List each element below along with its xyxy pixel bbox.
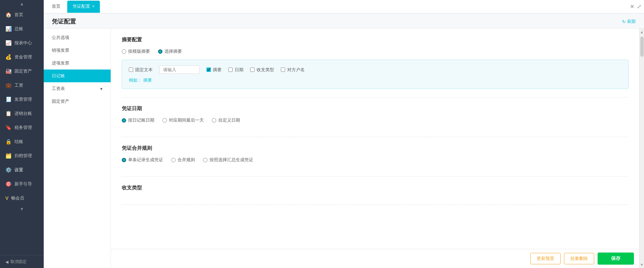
radio-journal-date[interactable]: 按日记账日期 [122, 117, 154, 123]
radio-aggregate[interactable]: 按照选择汇总生成凭证 [203, 157, 253, 163]
radio-template-summary[interactable]: 按模版摘要 [122, 48, 150, 54]
checkbox-fixed-text-label: 固定文本 [135, 67, 153, 73]
sidebar-item-ledger[interactable]: 📊 总账 [0, 22, 44, 36]
sidebar-item-salary-label: 工资 [14, 82, 23, 88]
sidebar-item-funds[interactable]: 💰 资金管理 [0, 50, 44, 64]
sidebar-item-home-label: 首页 [14, 12, 23, 18]
radio-merge-input[interactable] [171, 158, 176, 162]
sidebar-item-sales-ledger[interactable]: 📋 进销台账 [0, 106, 44, 121]
checkbox-date-input[interactable] [228, 68, 233, 72]
radio-last-day-input[interactable] [162, 118, 167, 123]
checkbox-fixed-text-input[interactable] [129, 68, 133, 72]
radio-single-record[interactable]: 单条记录生成凭证 [122, 157, 163, 163]
nav-item-sales-invoice[interactable]: 销项发票 [44, 44, 111, 57]
radio-last-day-label: 对应期间最后一天 [169, 117, 204, 123]
checkbox-counterpart[interactable]: 对方户名 [281, 67, 305, 73]
window-close-icon[interactable]: ✕ [630, 3, 634, 10]
radio-journal-date-label: 按日记账日期 [128, 117, 154, 123]
sidebar-item-invoice-mgmt[interactable]: 🧾 发票管理 [0, 92, 44, 106]
sidebar-item-sales-ledger-label: 进销台账 [14, 110, 32, 117]
tab-close-icon[interactable]: × [92, 4, 94, 9]
checkbox-summary-input[interactable] [206, 68, 211, 72]
radio-select-summary[interactable]: 选择摘要 [158, 48, 182, 54]
sidebar-item-home[interactable]: 🏠 首页 [0, 8, 44, 22]
checkbox-fixed-text[interactable]: 固定文本 [129, 67, 153, 73]
sidebar-item-closing[interactable]: 🔒 结账 [0, 135, 44, 149]
nav-item-payroll[interactable]: 工资表 ▾ [44, 82, 111, 95]
sidebar-scroll-up[interactable]: ▲ [0, 0, 44, 8]
radio-template-input[interactable] [122, 49, 126, 54]
salary-icon: 💼 [5, 82, 12, 88]
checkbox-summary-label: 摘要 [213, 67, 222, 73]
sidebar-item-archive[interactable]: 🗂️ 归档管理 [0, 149, 44, 163]
closing-icon: 🔒 [5, 139, 12, 145]
refresh-button[interactable]: ↻ 刷新 [622, 18, 636, 25]
sidebar-item-settings-label: 设置 [14, 167, 23, 173]
right-content: 摘要配置 按模版摘要 选择摘要 [111, 29, 639, 249]
nav-item-journal[interactable]: 日记账 [44, 70, 111, 82]
summary-options-box: 固定文本 摘要 日期 [122, 60, 629, 89]
main-area: 首页 凭证配置 × ✕ ⤢ 凭证配置 ↻ 刷新 公共选项 销项发票 进项 [44, 0, 644, 268]
sidebar-unpin[interactable]: ◀ 取消固定 [0, 255, 44, 268]
bottom-action-bar: 更新预置 批量删除 保存 [111, 249, 639, 268]
sidebar-item-settings[interactable]: ⚙️ 设置 [0, 163, 44, 177]
sidebar-item-salary[interactable]: 💼 工资 [0, 78, 44, 92]
nav-item-purchase-invoice[interactable]: 进项发票 [44, 57, 111, 70]
tax-icon: 🔖 [5, 125, 12, 131]
radio-single-input[interactable] [122, 158, 126, 162]
radio-custom-date[interactable]: 自定义日期 [212, 117, 240, 123]
sidebar-item-vip-label: 畅会员 [11, 195, 24, 201]
checkbox-summary[interactable]: 摘要 [206, 67, 222, 73]
window-expand-icon[interactable]: ⤢ [637, 3, 641, 10]
summary-radio-group: 按模版摘要 选择摘要 [122, 48, 629, 54]
radio-select-label: 选择摘要 [164, 48, 182, 54]
radio-merge-label: 合并规则 [178, 157, 195, 163]
scroll-thumb[interactable] [640, 37, 644, 57]
assets-icon: 🏭 [5, 68, 12, 74]
sidebar-scroll-down[interactable]: ▼ [0, 205, 44, 213]
summary-checkbox-group: 固定文本 摘要 日期 [129, 65, 621, 74]
tab-home-label: 首页 [52, 3, 61, 9]
sidebar-item-archive-label: 归档管理 [14, 153, 32, 159]
sidebar-item-assets[interactable]: 🏭 固定资产 [0, 64, 44, 78]
sidebar-item-guide-label: 新手引导 [14, 181, 32, 187]
sidebar-item-vip[interactable]: V 畅会员 [0, 191, 44, 205]
refresh-label: 刷新 [627, 18, 636, 25]
radio-template-label: 按模版摘要 [128, 48, 150, 54]
tab-voucher-config[interactable]: 凭证配置 × [67, 1, 100, 13]
save-button[interactable]: 保存 [598, 253, 634, 265]
update-preset-button[interactable]: 更新预置 [530, 253, 561, 264]
scroll-down-arrow[interactable]: ▼ [639, 261, 644, 268]
sidebar-item-invoice-mgmt-label: 发票管理 [14, 96, 32, 102]
tab-home[interactable]: 首页 [46, 1, 66, 13]
fixed-text-input[interactable] [159, 65, 200, 74]
radio-merge-rule[interactable]: 合并规则 [171, 157, 195, 163]
sidebar-item-reports[interactable]: 📈 报表中心 [0, 36, 44, 50]
checkbox-type[interactable]: 收支类型 [250, 67, 274, 73]
nav-item-public[interactable]: 公共选项 [44, 31, 111, 44]
nav-item-fixed-assets[interactable]: 固定资产 [44, 95, 111, 108]
example-prefix: 例如： [129, 78, 142, 83]
sidebar-item-ledger-label: 总账 [14, 26, 23, 32]
checkbox-counterpart-input[interactable] [281, 68, 285, 72]
page-header: 凭证配置 ↻ 刷新 [44, 13, 644, 29]
radio-aggregate-input[interactable] [203, 158, 207, 162]
chevron-down-icon: ▾ [100, 86, 103, 91]
sidebar-item-assets-label: 固定资产 [14, 68, 32, 74]
radio-custom-date-input[interactable] [212, 118, 216, 123]
radio-last-day[interactable]: 对应期间最后一天 [162, 117, 204, 123]
radio-custom-date-label: 自定义日期 [218, 117, 240, 123]
checkbox-date[interactable]: 日期 [228, 67, 243, 73]
content-area: 公共选项 销项发票 进项发票 日记账 工资表 ▾ 固定资产 [44, 29, 644, 268]
radio-select-input[interactable] [158, 49, 162, 54]
radio-journal-date-input[interactable] [122, 118, 126, 123]
reports-icon: 📈 [5, 40, 12, 46]
batch-delete-button[interactable]: 批量删除 [564, 253, 594, 264]
invoice-mgmt-icon: 🧾 [5, 96, 12, 102]
sidebar-item-tax[interactable]: 🔖 税务管理 [0, 121, 44, 135]
example-text: 例如： 摘要 [129, 77, 621, 83]
checkbox-type-input[interactable] [250, 68, 255, 72]
sidebar-item-guide[interactable]: 🎯 新手引导 [0, 177, 44, 191]
sidebar-item-reports-label: 报表中心 [14, 40, 32, 46]
scroll-up-arrow[interactable]: ▲ [639, 29, 644, 35]
